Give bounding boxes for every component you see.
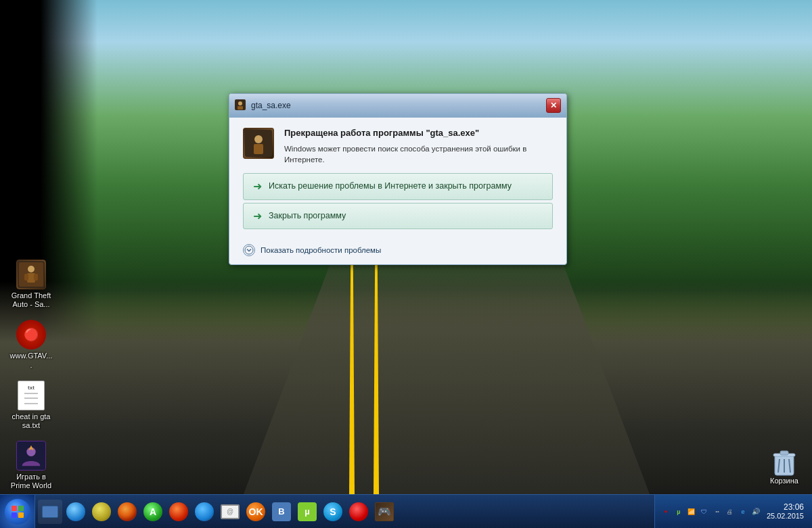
dialog-title-icon bbox=[235, 99, 247, 112]
start-button[interactable] bbox=[0, 495, 35, 529]
prime-world-label: Играть в Prime World bbox=[9, 473, 53, 490]
dialog-app-icon bbox=[243, 128, 274, 159]
tray-icon-dots[interactable]: •• bbox=[712, 506, 723, 517]
dialog-titlebar: gta_sa.exe ✕ bbox=[229, 94, 566, 118]
taskbar-icon-utorrent[interactable]: µ bbox=[295, 500, 319, 524]
taskbar-icon-record[interactable] bbox=[346, 500, 371, 524]
dialog-sub-message: Windows может провести поиск способа уст… bbox=[284, 143, 553, 165]
tray-icon-record[interactable]: ● bbox=[660, 506, 671, 517]
option2-text: Закрыть программу bbox=[269, 210, 346, 222]
svg-rect-4 bbox=[24, 274, 28, 281]
option2-arrow: ➜ bbox=[253, 211, 262, 222]
recycle-bin-label: Корзина bbox=[770, 477, 798, 485]
system-tray: ● µ 📶 🛡 •• 🖨 e 🔊 bbox=[660, 506, 761, 517]
tray-icon-printer[interactable]: 🖨 bbox=[725, 506, 736, 517]
svg-rect-17 bbox=[238, 106, 243, 110]
taskbar-icon-skype[interactable]: S bbox=[321, 500, 345, 524]
dialog-body: Прекращена работа программы "gta_sa.exe"… bbox=[229, 118, 566, 239]
clock-date: 25.02.2015 bbox=[767, 512, 804, 521]
taskbar-icon-firefox[interactable] bbox=[115, 500, 139, 524]
gtav-label: www.GTAV.... bbox=[9, 352, 53, 369]
cheat-txt-icon: txt ════════════ bbox=[16, 381, 46, 410]
dialog-options: ➜ Искать решение проблемы в Интернете и … bbox=[243, 173, 553, 229]
taskbar-icon-globe[interactable] bbox=[64, 500, 88, 524]
svg-rect-5 bbox=[34, 274, 38, 281]
error-dialog: gta_sa.exe ✕ Прекращена работа программы… bbox=[229, 93, 567, 265]
dialog-main-message: Прекращена работа программы "gta_sa.exe" bbox=[284, 128, 553, 139]
gtav-icon: 🔴 bbox=[16, 320, 46, 350]
desktop-icon-gta-sa[interactable]: Grand Theft Auto - Sa... bbox=[7, 257, 55, 312]
taskbar: A @ OK В µ S bbox=[0, 494, 812, 528]
gta-sa-label: Grand Theft Auto - Sa... bbox=[9, 291, 53, 309]
taskbar-right: ● µ 📶 🛡 •• 🖨 e 🔊 23:06 25.02.2015 bbox=[654, 495, 812, 528]
dialog-option-search[interactable]: ➜ Искать решение проблемы в Интернете и … bbox=[243, 173, 553, 200]
dialog-close-button[interactable]: ✕ bbox=[546, 98, 561, 113]
option1-arrow: ➜ bbox=[253, 181, 262, 192]
svg-rect-11 bbox=[780, 451, 788, 455]
expand-details-text: Показать подробности проблемы bbox=[261, 246, 381, 254]
gta-sa-icon bbox=[16, 260, 46, 289]
clock-time: 23:06 bbox=[784, 502, 804, 512]
svg-rect-26 bbox=[18, 512, 24, 518]
prime-world-icon bbox=[16, 441, 46, 471]
taskbar-icon-gta-taskbar[interactable]: 🎮 bbox=[372, 500, 397, 524]
start-orb bbox=[5, 499, 30, 525]
recycle-bin-image bbox=[769, 447, 799, 477]
tray-icon-ie-small[interactable]: e bbox=[738, 506, 748, 517]
desktop-icon-cheat-txt[interactable]: txt ════════════ cheat in gta sa.txt bbox=[7, 378, 55, 433]
option1-text: Искать решение проблемы в Интернете и за… bbox=[269, 181, 512, 193]
svg-rect-25 bbox=[12, 512, 17, 518]
dialog-title-left: gta_sa.exe bbox=[235, 99, 291, 112]
taskbar-icon-search[interactable] bbox=[89, 500, 114, 524]
dialog-header-text: Прекращена работа программы "gta_sa.exe"… bbox=[284, 128, 553, 165]
tray-icon-network[interactable]: 📶 bbox=[686, 506, 697, 517]
dialog-header: Прекращена работа программы "gta_sa.exe"… bbox=[243, 128, 553, 165]
tray-icon-utorrent[interactable]: µ bbox=[673, 506, 684, 517]
tray-icon-volume[interactable]: 🔊 bbox=[750, 506, 761, 517]
desktop-icons: Grand Theft Auto - Sa... 🔴 www.GTAV.... … bbox=[7, 257, 55, 494]
taskbar-icons-area: A @ OK В µ S bbox=[35, 495, 654, 528]
dialog-footer[interactable]: Показать подробности проблемы bbox=[229, 239, 566, 264]
taskbar-icon-odnoklassniki[interactable]: OK bbox=[244, 500, 268, 524]
dialog-title-text: gta_sa.exe bbox=[251, 101, 291, 110]
svg-rect-23 bbox=[12, 506, 17, 511]
desktop-icon-prime-world[interactable]: Играть в Prime World bbox=[7, 438, 55, 493]
svg-point-16 bbox=[238, 101, 242, 105]
taskbar-icon-ie[interactable] bbox=[192, 500, 217, 524]
dialog-option-close[interactable]: ➜ Закрыть программу bbox=[243, 203, 553, 230]
desktop: Grand Theft Auto - Sa... 🔴 www.GTAV.... … bbox=[0, 0, 812, 528]
svg-point-22 bbox=[8, 502, 27, 521]
svg-rect-24 bbox=[18, 506, 24, 511]
taskbar-icon-green-a[interactable]: A bbox=[141, 500, 165, 524]
svg-point-21 bbox=[245, 246, 253, 254]
svg-point-19 bbox=[254, 135, 263, 143]
svg-rect-20 bbox=[254, 144, 263, 154]
taskbar-icon-vk[interactable]: В bbox=[269, 500, 294, 524]
taskbar-icon-show-desktop[interactable] bbox=[38, 500, 62, 524]
tray-icon-shield[interactable]: 🛡 bbox=[699, 506, 710, 517]
desktop-icon-gtav[interactable]: 🔴 www.GTAV.... bbox=[7, 317, 55, 372]
clock[interactable]: 23:06 25.02.2015 bbox=[764, 502, 807, 521]
expand-icon bbox=[243, 244, 255, 256]
recycle-bin-icon[interactable]: Корзина bbox=[767, 444, 802, 487]
taskbar-icon-red-fire[interactable] bbox=[166, 500, 191, 524]
cheat-txt-label: cheat in gta sa.txt bbox=[9, 412, 53, 430]
taskbar-icon-mail[interactable]: @ bbox=[218, 500, 242, 524]
svg-point-2 bbox=[28, 266, 35, 272]
